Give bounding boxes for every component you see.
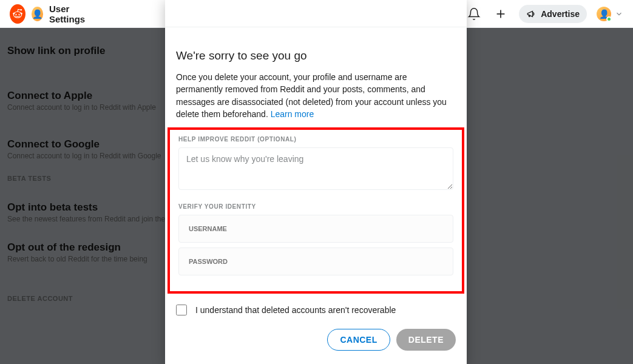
megaphone-icon bbox=[526, 8, 537, 19]
confirm-checkbox[interactable] bbox=[176, 305, 187, 315]
advertise-button[interactable]: Advertise bbox=[519, 5, 587, 23]
svg-point-4 bbox=[13, 12, 15, 14]
password-input[interactable] bbox=[189, 258, 443, 265]
user-avatar-icon: 👤 bbox=[597, 7, 611, 21]
chevron-down-icon bbox=[615, 10, 623, 18]
delete-button[interactable]: DELETE bbox=[396, 329, 456, 351]
plus-icon[interactable] bbox=[492, 5, 509, 22]
verify-identity-label: VERIFY YOUR IDENTITY bbox=[178, 203, 453, 210]
username-input[interactable] bbox=[189, 225, 443, 232]
modal-heading: We're sorry to see you go bbox=[176, 49, 456, 62]
help-improve-label: HELP IMPROVE REDDIT (OPTIONAL) bbox=[178, 136, 453, 143]
community-avatar-icon: 👤 bbox=[32, 7, 43, 21]
cancel-button[interactable]: CANCEL bbox=[327, 329, 390, 351]
advertise-label: Advertise bbox=[541, 9, 580, 19]
svg-point-1 bbox=[18, 13, 19, 15]
user-menu[interactable]: 👤 bbox=[597, 7, 623, 21]
highlighted-form-region: HELP IMPROVE REDDIT (OPTIONAL) VERIFY YO… bbox=[168, 127, 464, 294]
page-title: User Settings bbox=[49, 4, 96, 24]
modal-button-row: CANCEL DELETE bbox=[165, 315, 467, 351]
confirm-row: I understand that deleted accounts aren'… bbox=[165, 294, 467, 315]
svg-point-0 bbox=[15, 13, 16, 15]
modal-description: Once you delete your account, your profi… bbox=[176, 71, 456, 120]
delete-account-modal: We're sorry to see you go Once you delet… bbox=[165, 0, 467, 364]
svg-point-5 bbox=[21, 12, 22, 14]
confirm-label[interactable]: I understand that deleted accounts aren'… bbox=[195, 305, 396, 315]
bell-icon[interactable] bbox=[465, 5, 482, 22]
leaving-reason-textarea[interactable] bbox=[178, 147, 453, 190]
password-field[interactable] bbox=[178, 248, 453, 275]
username-field[interactable] bbox=[178, 215, 453, 243]
reddit-logo-icon[interactable] bbox=[10, 4, 25, 24]
learn-more-link[interactable]: Learn more bbox=[271, 109, 314, 119]
